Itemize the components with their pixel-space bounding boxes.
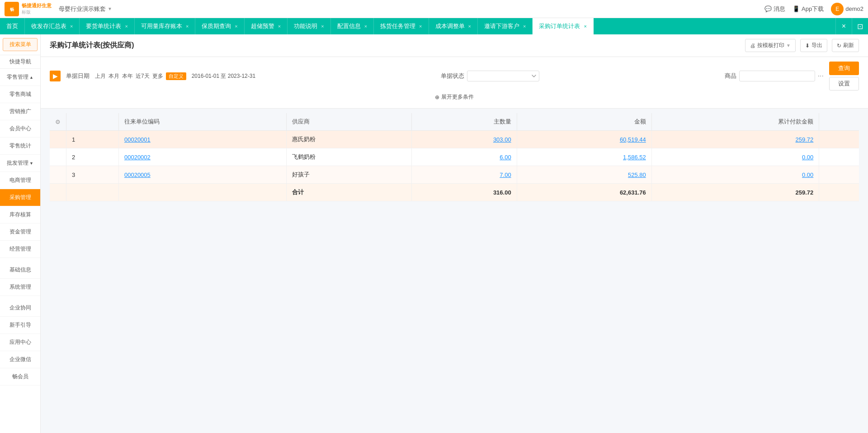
goods-input[interactable]: [739, 71, 815, 81]
messages-button[interactable]: 💬 消息: [764, 5, 785, 13]
th-amount: 金额: [517, 113, 651, 131]
tab-overstock-close[interactable]: ×: [278, 24, 281, 29]
sidebar-item-app-center[interactable]: 应用中心: [0, 334, 40, 351]
main-qty-link-2[interactable]: 6.00: [500, 154, 511, 161]
tab-inventory-book-close[interactable]: ×: [186, 24, 189, 29]
paid-amount-link-2[interactable]: 0.00: [802, 154, 813, 161]
tab-cost-adjust-close[interactable]: ×: [468, 24, 471, 29]
date-shortcut-7days[interactable]: 近7天: [136, 72, 150, 80]
goods-more-icon[interactable]: ···: [818, 72, 824, 80]
paid-amount-link-3[interactable]: 0.00: [802, 171, 813, 178]
table-row: 3 00020005 好孩子 7.00 525.80 0.00: [50, 166, 859, 184]
sidebar-item-retail-stats[interactable]: 零售统计: [0, 138, 40, 155]
footer-paid-amount: 259.72: [651, 184, 819, 201]
date-shortcuts: 上月 本月 本年 近7天 更多 自定义: [95, 72, 186, 80]
sidebar-item-purchase-management-label: 采购管理: [9, 194, 31, 200]
unit-code-link-2[interactable]: 00020002: [124, 154, 151, 161]
sidebar-item-retail-mall[interactable]: 零售商城: [0, 86, 40, 103]
main-qty-link-3[interactable]: 7.00: [500, 171, 511, 178]
sidebar-item-basic-info[interactable]: 基础信息: [0, 262, 40, 279]
export-button[interactable]: ⬇ 导出: [800, 39, 827, 52]
nav-expand-button[interactable]: ⊡: [852, 18, 868, 34]
tab-config-info[interactable]: 配置信息 ×: [331, 18, 374, 34]
tab-receive-summary[interactable]: 收发存汇总表 ×: [25, 18, 80, 34]
unit-code-link-3[interactable]: 00020005: [124, 171, 151, 178]
app-download-button[interactable]: 📱 App下载: [793, 5, 824, 13]
tab-receive-summary-close[interactable]: ×: [70, 24, 73, 29]
footer-main-qty: 316.00: [411, 184, 517, 201]
refresh-button[interactable]: ↻ 刷新: [832, 39, 859, 52]
row-paid-amount: 0.00: [651, 148, 819, 166]
tab-purchase-order-summary-close[interactable]: ×: [584, 24, 586, 29]
quick-nav-button[interactable]: 快捷导航: [0, 55, 40, 69]
sidebar-item-member[interactable]: 畅会员: [0, 368, 40, 385]
nav-close-all-button[interactable]: ×: [835, 18, 852, 34]
sidebar-item-retail-management[interactable]: 零售管理 ▲: [0, 69, 40, 86]
print-button[interactable]: 🖨 按模板打印 ▼: [745, 39, 796, 52]
sidebar-item-ecommerce[interactable]: 电商管理: [0, 172, 40, 189]
tab-picking-task-close[interactable]: ×: [419, 24, 422, 29]
footer-amount: 62,631.76: [517, 184, 651, 201]
footer-unit-code-cell: [118, 184, 286, 201]
tab-overstock[interactable]: 超储预警 ×: [245, 18, 288, 34]
expand-more-button[interactable]: ⊕ 展开更多条件: [50, 90, 859, 104]
sidebar-item-operations-label: 经营管理: [9, 246, 31, 252]
sidebar-item-enterprise-wechat[interactable]: 企业微信: [0, 351, 40, 368]
amount-link-2[interactable]: 1,586.52: [623, 154, 646, 161]
sidebar-item-enterprise-collab[interactable]: 企业协同: [0, 300, 40, 317]
tab-expiry-query[interactable]: 保质期查询 ×: [195, 18, 244, 34]
main-qty-link[interactable]: 303.00: [493, 136, 511, 143]
gear-icon[interactable]: ⚙: [55, 119, 61, 125]
tab-inventory-book[interactable]: 可用量库存账本 ×: [135, 18, 195, 34]
date-shortcut-this-month[interactable]: 本月: [108, 72, 119, 80]
sidebar-item-system-management[interactable]: 系统管理: [0, 279, 40, 296]
tab-home[interactable]: 首页: [0, 18, 25, 34]
date-shortcut-last-month[interactable]: 上月: [95, 72, 106, 80]
settings-button[interactable]: 设置: [829, 77, 859, 90]
filter-area: ▶ 单据日期 上月 本月 本年 近7天 更多 自定义 2016-01-01 至 …: [41, 57, 868, 109]
query-button[interactable]: 查询: [829, 62, 859, 75]
tab-invite-downstream[interactable]: 邀请下游客户 ×: [478, 18, 533, 34]
sidebar-item-operations[interactable]: 经营管理: [0, 241, 40, 258]
tab-invite-downstream-close[interactable]: ×: [523, 24, 526, 29]
tab-order-summary[interactable]: 要货单统计表 ×: [80, 18, 134, 34]
amount-link[interactable]: 60,519.44: [620, 136, 646, 143]
tab-picking-task[interactable]: 拣货任务管理 ×: [374, 18, 429, 34]
app-download-label: App下载: [802, 5, 824, 13]
paid-amount-link[interactable]: 259.72: [796, 136, 814, 143]
tab-expiry-query-close[interactable]: ×: [235, 24, 237, 29]
sidebar-item-wholesale-management[interactable]: 批发管理 ▼: [0, 155, 40, 172]
tab-function-desc[interactable]: 功能说明 ×: [288, 18, 330, 34]
sidebar-item-new-guide[interactable]: 新手引导: [0, 317, 40, 334]
tab-cost-adjust[interactable]: 成本调整单 ×: [429, 18, 478, 34]
date-custom-tag[interactable]: 自定义: [166, 72, 186, 80]
unit-code-link[interactable]: 00020001: [124, 136, 151, 143]
sidebar-item-member-center[interactable]: 会员中心: [0, 120, 40, 138]
page-header: 采购订单统计表(按供应商) 🖨 按模板打印 ▼ ⬇ 导出 ↻ 刷新: [41, 34, 868, 57]
filter-toggle-button[interactable]: ▶: [50, 71, 61, 81]
user-area[interactable]: E demo2: [831, 3, 863, 15]
sidebar-item-app-center-label: 应用中心: [9, 339, 31, 345]
tab-function-desc-close[interactable]: ×: [321, 24, 324, 29]
sidebar-item-inventory-check[interactable]: 库存核算: [0, 206, 40, 224]
tab-order-summary-close[interactable]: ×: [125, 24, 127, 29]
row-gear-cell: [50, 166, 66, 184]
refresh-label: 刷新: [843, 42, 854, 49]
tab-config-info-label: 配置信息: [337, 22, 361, 30]
search-menu-button[interactable]: 搜索菜单: [3, 38, 38, 51]
tab-purchase-order-summary[interactable]: 采购订单统计表 ×: [533, 18, 593, 34]
amount-link-3[interactable]: 525.80: [628, 171, 646, 178]
row-empty: [819, 148, 859, 166]
sidebar-item-fund-management[interactable]: 资金管理: [0, 224, 40, 241]
row-supplier: 惠氏奶粉: [286, 131, 411, 148]
nav-tabs-end: × ⊡: [835, 18, 868, 34]
date-shortcut-more[interactable]: 更多: [152, 72, 163, 80]
tab-config-info-close[interactable]: ×: [364, 24, 367, 29]
page-header-actions: 🖨 按模板打印 ▼ ⬇ 导出 ↻ 刷新: [745, 39, 859, 52]
avatar: E: [831, 3, 844, 15]
sidebar-item-marketing[interactable]: 营销推广: [0, 103, 40, 120]
workspace-selector[interactable]: 母婴行业演示账套 ▼: [55, 5, 116, 13]
status-select[interactable]: [467, 71, 539, 81]
sidebar-item-purchase-management[interactable]: 采购管理: [0, 189, 40, 206]
date-shortcut-this-year[interactable]: 本年: [122, 72, 133, 80]
